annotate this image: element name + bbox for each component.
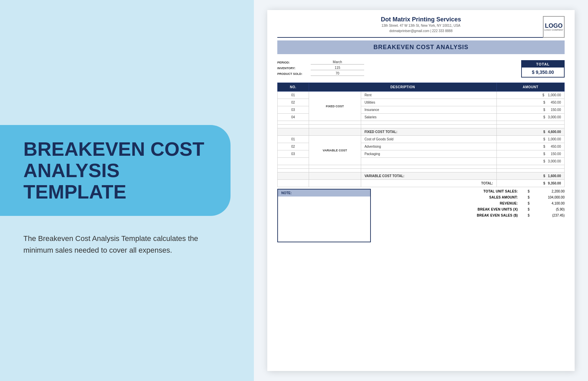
inventory-row: INVENTORY: 115 <box>277 66 514 70</box>
left-panel: BREAKEVEN COST ANALYSIS TEMPLATE The Bre… <box>0 0 254 381</box>
col-no: NO. <box>278 83 309 92</box>
variable-cost-total-label: VARIABLE COST TOTAL: <box>361 172 496 180</box>
row-no: 03 <box>278 106 309 114</box>
note-label: NOTE: <box>278 189 370 197</box>
total-box-label: TOTAL <box>522 61 564 68</box>
row-amount: $ 450.00 <box>496 99 564 106</box>
period-label: PERIOD: <box>277 61 311 64</box>
product-sold-value: 70 <box>311 72 364 76</box>
note-content <box>278 197 370 237</box>
table-row: 01 FIXED COST Rent $ 1,000.00 <box>278 92 565 99</box>
row-no: 04 <box>278 114 309 121</box>
logo-box: LOGO LOGO COMPANY <box>543 16 565 38</box>
variable-cost-total-row: VARIABLE COST TOTAL: $ 1,600.00 <box>278 172 565 180</box>
row-amount: $ 1,000.00 <box>496 136 564 143</box>
row-no: 02 <box>278 99 309 106</box>
table-row-empty <box>278 169 565 172</box>
table-row: 01 VARIABLE COST Cost of Goods Sold $ 1,… <box>278 136 565 143</box>
summary-currency: $ <box>523 196 530 199</box>
row-desc: Cost of Goods Sold <box>361 136 496 143</box>
note-box: NOTE: <box>277 189 371 242</box>
fixed-cost-total-value: $ 4,600.00 <box>496 128 564 136</box>
company-name: Dot Matrix Printing Services <box>381 16 461 23</box>
grand-total-row: TOTAL: $ 9,350.00 <box>278 180 565 187</box>
description-text: The Breakeven Cost Analysis Template cal… <box>23 233 210 256</box>
company-info: Dot Matrix Printing Services 13th Street… <box>381 16 461 34</box>
inventory-value: 115 <box>311 66 364 70</box>
grand-total-value: $ 9,350.00 <box>496 180 564 187</box>
summary-value: (5.90) <box>531 208 565 211</box>
variable-cost-total-value: $ 1,600.00 <box>496 172 564 180</box>
inventory-label: INVENTORY: <box>277 67 311 70</box>
summary-label: REVENUE: <box>451 202 518 205</box>
logo-main-text: LOGO <box>545 23 563 29</box>
row-amount: $ 150.00 <box>496 150 564 158</box>
fixed-cost-total-label: FIXED COST TOTAL: <box>361 128 496 136</box>
bottom-section: NOTE: TOTAL UNIT SALES: $ 2,200.00 SALES… <box>277 189 565 242</box>
row-category: FIXED COST <box>309 92 361 121</box>
summary-label: BREAK EVEN UNITS (X) <box>451 208 518 211</box>
meta-fields: PERIOD: March INVENTORY: 115 PRODUCT SOL… <box>277 60 514 77</box>
summary-currency: $ <box>523 202 530 205</box>
row-desc: Salaries <box>361 114 496 121</box>
row-desc: Advertising <box>361 143 496 150</box>
fixed-cost-total-row: FIXED COST TOTAL: $ 4,600.00 <box>278 128 565 136</box>
table-row-empty <box>278 121 565 125</box>
row-no <box>278 158 309 165</box>
row-desc <box>361 158 496 165</box>
total-box-value: $ 9,350.00 <box>522 68 564 77</box>
summary-label: TOTAL UNIT SALES: <box>451 189 518 193</box>
row-no: 02 <box>278 143 309 150</box>
row-amount: $ 3,000.00 <box>496 158 564 165</box>
table-row-empty <box>278 125 565 128</box>
right-panel: Dot Matrix Printing Services 13th Street… <box>254 0 588 381</box>
row-amount: $ 3,000.00 <box>496 114 564 121</box>
row-desc: Rent <box>361 92 496 99</box>
summary-value: 4,100.00 <box>531 202 565 205</box>
doc-header: Dot Matrix Printing Services 13th Street… <box>267 10 575 37</box>
row-desc: Utilities <box>361 99 496 106</box>
product-sold-row: PRODUCT SOLD: 70 <box>277 72 514 76</box>
summary-row-breakeven-sales: BREAK EVEN SALES ($) $ (237.45) <box>374 213 565 218</box>
col-description: DESCRIPTION <box>309 83 496 92</box>
row-no: 01 <box>278 136 309 143</box>
col-amount: AMOUNT <box>496 83 564 92</box>
summary-currency: $ <box>523 214 530 217</box>
title-banner: BREAKEVEN COST ANALYSIS <box>277 40 565 54</box>
summary-table: TOTAL UNIT SALES: $ 2,200.00 SALES AMOUN… <box>374 189 565 242</box>
summary-row-breakeven-units: BREAK EVEN UNITS (X) $ (5.90) <box>374 207 565 212</box>
row-no: 03 <box>278 150 309 158</box>
row-category: VARIABLE COST <box>309 136 361 165</box>
summary-row-total-unit: TOTAL UNIT SALES: $ 2,200.00 <box>374 189 565 194</box>
table-row-empty <box>278 165 565 169</box>
row-amount: $ 150.00 <box>496 106 564 114</box>
row-amount: $ 1,000.00 <box>496 92 564 99</box>
main-table: NO. DESCRIPTION AMOUNT 01 FIXED COST Ren… <box>277 83 565 187</box>
document: Dot Matrix Printing Services 13th Street… <box>267 10 575 371</box>
total-box: TOTAL $ 9,350.00 <box>521 60 565 78</box>
row-desc: Insurance <box>361 106 496 114</box>
summary-currency: $ <box>523 189 530 193</box>
row-amount: $ 450.00 <box>496 143 564 150</box>
period-value: March <box>311 60 364 65</box>
summary-label: BREAK EVEN SALES ($) <box>451 214 518 217</box>
title-box: BREAKEVEN COST ANALYSIS TEMPLATE <box>0 125 231 216</box>
meta-section: PERIOD: March INVENTORY: 115 PRODUCT SOL… <box>267 57 575 81</box>
logo-sub-text: LOGO COMPANY <box>544 29 563 31</box>
summary-row-revenue: REVENUE: $ 4,100.00 <box>374 201 565 206</box>
row-no: 01 <box>278 92 309 99</box>
company-address: 13th Street. 47 W 13th St, New York, NY … <box>381 23 461 34</box>
header-divider <box>277 37 565 38</box>
summary-row-sales: SALES AMOUNT: $ 104,000.00 <box>374 195 565 200</box>
period-row: PERIOD: March <box>277 60 514 65</box>
grand-total-label: TOTAL: <box>361 180 496 187</box>
document-title: BREAKEVEN COST ANALYSIS <box>281 44 561 51</box>
summary-value: 2,200.00 <box>531 189 565 193</box>
summary-value: 104,000.00 <box>531 196 565 199</box>
summary-value: (237.45) <box>531 214 565 217</box>
summary-currency: $ <box>523 208 530 211</box>
main-title: BREAKEVEN COST ANALYSIS TEMPLATE <box>23 138 214 202</box>
row-desc: Packaging <box>361 150 496 158</box>
summary-label: SALES AMOUNT: <box>451 196 518 199</box>
table-header-row: NO. DESCRIPTION AMOUNT <box>278 83 565 92</box>
